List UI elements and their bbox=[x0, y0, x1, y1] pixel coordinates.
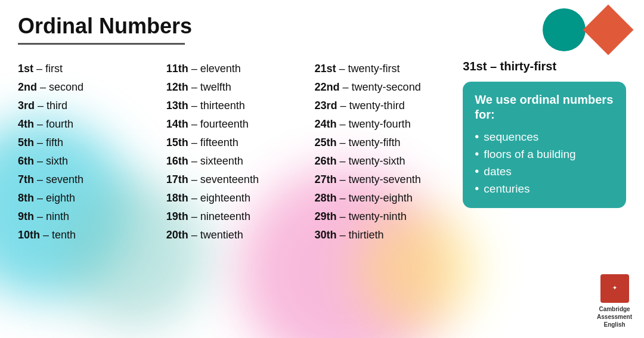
list-item: 11th – eleventh bbox=[166, 60, 315, 78]
list-item: 30th – thirtieth bbox=[315, 226, 463, 244]
cambridge-text: Cambridge Assessment English bbox=[597, 305, 632, 328]
list-item: 26th – twenty-sixth bbox=[315, 152, 463, 170]
list-item: 20th – twentieth bbox=[166, 226, 315, 244]
cambridge-crest-icon: ✦ bbox=[600, 274, 629, 303]
list-item: 16th – sixteenth bbox=[166, 152, 315, 170]
list-item: 15th – fifteenth bbox=[166, 134, 315, 152]
column-11-20: 11th – eleventh12th – twelfth13th – thir… bbox=[166, 60, 315, 244]
list-item: 28th – twenty-eighth bbox=[315, 189, 463, 207]
list-item: 13th – thirteenth bbox=[166, 97, 315, 115]
logo-shapes bbox=[543, 8, 626, 51]
title-section: Ordinal Numbers bbox=[18, 14, 192, 45]
list-item: 5th – fifth bbox=[18, 134, 166, 152]
list-item: 6th – sixth bbox=[18, 152, 166, 170]
header: Ordinal Numbers bbox=[18, 14, 626, 51]
list-item: 24th – twenty-fourth bbox=[315, 115, 463, 134]
column-21-30: 21st – twenty-first22nd – twenty-second2… bbox=[315, 60, 463, 244]
list-item: 1st – first bbox=[18, 60, 166, 78]
list-item: 27th – twenty-seventh bbox=[315, 170, 463, 189]
thirty-first-item: 31st – thirty-first bbox=[463, 60, 626, 73]
teal-circle-shape bbox=[543, 8, 586, 51]
list-item: 8th – eighth bbox=[18, 189, 166, 207]
list-item: 9th – ninth bbox=[18, 207, 166, 226]
main-content: 1st – first2nd – second3rd – third4th – … bbox=[18, 60, 626, 244]
info-box: We use ordinal numbers for:sequencesfloo… bbox=[463, 82, 626, 208]
list-item: 4th – fourth bbox=[18, 115, 166, 134]
list-item: 10th – tenth bbox=[18, 226, 166, 244]
column-31-info: 31st – thirty-firstWe use ordinal number… bbox=[463, 60, 626, 244]
list-item: 22nd – twenty-second bbox=[315, 78, 463, 97]
list-item: 18th – eighteenth bbox=[166, 189, 315, 207]
list-item: 3rd – third bbox=[18, 97, 166, 115]
list-item: 2nd – second bbox=[18, 78, 166, 97]
info-box-item: sequences bbox=[475, 128, 614, 145]
orange-diamond-shape bbox=[583, 5, 634, 55]
list-item: 12th – twelfth bbox=[166, 78, 315, 97]
info-box-item: floors of a building bbox=[475, 145, 614, 163]
info-box-item: centuries bbox=[475, 180, 614, 197]
page-container: Ordinal Numbers 1st – first2nd – second3… bbox=[0, 0, 644, 338]
list-item: 14th – fourteenth bbox=[166, 115, 315, 134]
list-item: 21st – twenty-first bbox=[315, 60, 463, 78]
list-item: 23rd – twenty-third bbox=[315, 97, 463, 115]
list-item: 19th – nineteenth bbox=[166, 207, 315, 226]
info-box-item: dates bbox=[475, 163, 614, 180]
page-title: Ordinal Numbers bbox=[18, 14, 192, 38]
list-item: 29th – twenty-ninth bbox=[315, 207, 463, 226]
cambridge-logo: ✦ Cambridge Assessment English bbox=[597, 274, 632, 328]
list-item: 7th – seventh bbox=[18, 170, 166, 189]
list-item: 17th – seventeenth bbox=[166, 170, 315, 189]
list-item: 25th – twenty-fifth bbox=[315, 134, 463, 152]
info-box-title: We use ordinal numbers for: bbox=[475, 92, 614, 122]
title-underline bbox=[18, 43, 185, 45]
column-1-10: 1st – first2nd – second3rd – third4th – … bbox=[18, 60, 166, 244]
